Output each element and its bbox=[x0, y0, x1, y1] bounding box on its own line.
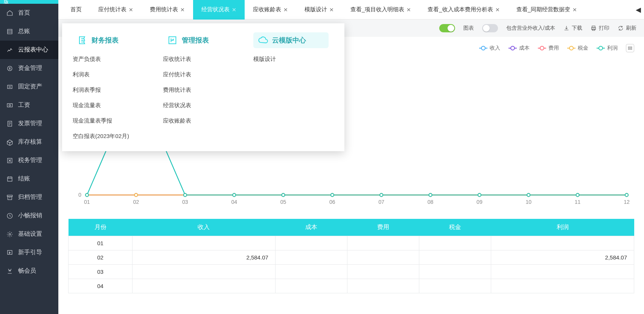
tab-label: 费用统计表 bbox=[150, 6, 178, 13]
chart-toggle-switch[interactable] bbox=[439, 24, 455, 32]
svg-point-80 bbox=[85, 193, 88, 196]
print-button[interactable]: 打印 bbox=[591, 25, 609, 32]
download-button[interactable]: 下载 bbox=[563, 25, 582, 32]
sidebar-item-settings[interactable]: 基础设置 bbox=[0, 225, 58, 243]
tab-label: 应付统计表 bbox=[98, 6, 126, 13]
sidebar-brand-strip: 版 bbox=[0, 0, 58, 4]
mega-menu-item[interactable]: 利润表季报 bbox=[73, 86, 148, 94]
svg-rect-2 bbox=[8, 85, 12, 88]
table-row: 01 bbox=[69, 236, 634, 250]
sidebar-item-label: 云报表中心 bbox=[18, 46, 48, 54]
close-icon[interactable]: ✕ bbox=[572, 7, 577, 13]
legend-cost[interactable]: 成本 bbox=[509, 45, 530, 52]
sidebar-item-home[interactable]: 首页 bbox=[0, 4, 58, 22]
sidebar-item-money[interactable]: 资金管理 bbox=[0, 59, 58, 77]
sidebar-item-member[interactable]: 畅会员 bbox=[0, 262, 58, 280]
sidebar-item-inventory[interactable]: 库存核算 bbox=[0, 133, 58, 151]
refresh-button[interactable]: 刷新 bbox=[618, 25, 636, 32]
svg-rect-16 bbox=[628, 47, 632, 48]
table-header: 利润 bbox=[491, 219, 634, 236]
sidebar-item-invoice[interactable]: 发票管理 bbox=[0, 114, 58, 133]
svg-point-85 bbox=[331, 193, 334, 196]
legend-income[interactable]: 收入 bbox=[479, 45, 500, 52]
sidebar-item-label: 小畅报销 bbox=[18, 212, 42, 220]
mega-column-header: 财务报表 bbox=[73, 32, 148, 48]
svg-rect-17 bbox=[628, 49, 632, 49]
salary-icon bbox=[6, 102, 14, 109]
asset-icon bbox=[6, 83, 14, 91]
sidebar-item-label: 畅会员 bbox=[18, 267, 36, 275]
svg-text:07: 07 bbox=[378, 199, 384, 205]
legend-profit[interactable]: 利润 bbox=[597, 45, 618, 52]
mega-menu-item[interactable]: 资产负债表 bbox=[73, 55, 148, 64]
svg-point-88 bbox=[478, 193, 481, 196]
mega-menu-item[interactable]: 应收统计表 bbox=[163, 55, 238, 64]
mega-menu-item[interactable]: 应收账龄表 bbox=[163, 117, 238, 125]
tab[interactable]: 应收账龄表✕ bbox=[245, 0, 296, 20]
report-category-icon bbox=[76, 35, 88, 46]
sidebar-item-tax[interactable]: 税务管理 bbox=[0, 151, 58, 170]
sidebar: 版 首页总账云报表中心资金管理固定资产工资发票管理库存核算税务管理结账归档管理小… bbox=[0, 0, 58, 314]
svg-text:03: 03 bbox=[182, 199, 188, 205]
svg-text:06: 06 bbox=[329, 199, 335, 205]
report-mega-menu: 财务报表资产负债表利润表利润表季报现金流量表现金流量表季报空白报表(2023年0… bbox=[62, 23, 344, 151]
mega-menu-item[interactable]: 费用统计表 bbox=[163, 86, 238, 94]
mega-menu-item[interactable]: 现金流量表 bbox=[73, 101, 148, 110]
tab[interactable]: 查看_收入成本费用分析表✕ bbox=[419, 0, 508, 20]
close-icon[interactable]: ✕ bbox=[495, 7, 500, 13]
sidebar-item-close-period[interactable]: 结账 bbox=[0, 170, 58, 188]
svg-text:12: 12 bbox=[624, 199, 630, 205]
svg-text:11: 11 bbox=[575, 199, 581, 205]
tab[interactable]: 首页 bbox=[62, 0, 90, 20]
mega-menu-item[interactable]: 经营状况表 bbox=[163, 101, 238, 110]
svg-point-89 bbox=[527, 193, 530, 196]
svg-rect-0 bbox=[8, 29, 12, 34]
sidebar-item-expense[interactable]: 小畅报销 bbox=[0, 206, 58, 225]
mega-menu-item[interactable]: 应付统计表 bbox=[163, 70, 238, 79]
mega-menu-item[interactable]: 利润表 bbox=[73, 70, 148, 79]
sidebar-item-label: 新手引导 bbox=[18, 249, 42, 256]
svg-point-91 bbox=[625, 193, 628, 196]
tab[interactable]: 费用统计表✕ bbox=[142, 0, 193, 20]
legend-expense[interactable]: 费用 bbox=[538, 45, 559, 52]
tab-scroll-right[interactable]: ◀ bbox=[634, 0, 642, 20]
refresh-label: 刷新 bbox=[626, 25, 636, 32]
tab[interactable]: 经营状况表✕ bbox=[193, 0, 245, 20]
sidebar-item-guide[interactable]: 新手引导 bbox=[0, 243, 58, 262]
sidebar-item-salary[interactable]: 工资 bbox=[0, 96, 58, 114]
close-icon[interactable]: ✕ bbox=[180, 7, 185, 13]
legend-toggle-button[interactable] bbox=[626, 44, 634, 52]
sidebar-item-label: 首页 bbox=[18, 9, 30, 17]
sidebar-item-report[interactable]: 云报表中心 bbox=[0, 41, 58, 59]
tab[interactable]: 查看_同期经营数据变✕ bbox=[508, 0, 585, 20]
table-header: 成本 bbox=[275, 219, 347, 236]
sidebar-item-ledger[interactable]: 总账 bbox=[0, 22, 58, 41]
close-icon[interactable]: ✕ bbox=[406, 7, 411, 13]
include-other-switch[interactable] bbox=[482, 24, 498, 32]
svg-point-4 bbox=[9, 104, 11, 106]
close-icon[interactable]: ✕ bbox=[232, 7, 236, 13]
sidebar-item-asset[interactable]: 固定资产 bbox=[0, 77, 58, 96]
mega-menu-item[interactable]: 模版设计 bbox=[253, 55, 329, 64]
close-period-icon bbox=[6, 175, 14, 183]
sidebar-item-label: 总账 bbox=[18, 27, 30, 35]
tab[interactable]: 查看_项目收入明细表✕ bbox=[342, 0, 419, 20]
sidebar-item-archive[interactable]: 归档管理 bbox=[0, 188, 58, 206]
tab-label: 查看_项目收入明细表 bbox=[350, 6, 404, 13]
svg-rect-15 bbox=[592, 29, 595, 30]
settings-icon bbox=[6, 231, 14, 238]
ledger-icon bbox=[6, 28, 14, 35]
table-header: 月份 bbox=[69, 219, 132, 236]
close-icon[interactable]: ✕ bbox=[129, 7, 133, 13]
tab-label: 查看_收入成本费用分析表 bbox=[428, 6, 493, 13]
svg-rect-7 bbox=[8, 177, 12, 181]
tab[interactable]: 模版设计✕ bbox=[296, 0, 342, 20]
table-row: 03 bbox=[69, 265, 634, 279]
close-icon[interactable]: ✕ bbox=[283, 7, 288, 13]
tab[interactable]: 应付统计表✕ bbox=[90, 0, 142, 20]
legend-tax[interactable]: 税金 bbox=[567, 45, 588, 52]
close-icon[interactable]: ✕ bbox=[329, 7, 334, 13]
home-icon bbox=[6, 9, 14, 17]
mega-menu-item[interactable]: 现金流量表季报 bbox=[73, 117, 148, 125]
mega-menu-item[interactable]: 空白报表(2023年02月) bbox=[73, 132, 148, 141]
